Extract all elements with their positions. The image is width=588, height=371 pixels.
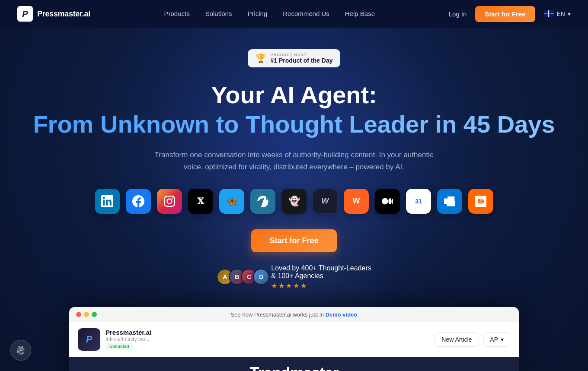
badge-label-top: PRODUCT HUNT (271, 53, 333, 57)
nav-item-help[interactable]: Help Base (345, 10, 375, 17)
dot-close (76, 312, 81, 317)
language-selector[interactable]: EN ▾ (544, 10, 571, 17)
platform-icons-row: 𝕏 🦋 👻 W W 31 (95, 189, 493, 214)
demo-window: See how Pressmaster.ai works just in Dem… (69, 307, 519, 371)
platform-outlook[interactable] (437, 189, 462, 214)
demo-video-link[interactable]: Demo video (326, 311, 358, 318)
hero-title-line1: Your AI Agent: (211, 81, 377, 109)
demo-logo-area: P Pressmaster.ai Infinity/Infinity wo...… (78, 328, 151, 351)
chevron-down-icon: ▾ (568, 10, 571, 17)
platform-wattpad[interactable]: W (344, 189, 369, 214)
nav-item-products[interactable]: Products (164, 10, 189, 17)
platform-instagram[interactable] (157, 189, 182, 214)
nav-right: Log In Start for Free EN ▾ (449, 6, 571, 22)
star-2: ★ (278, 282, 284, 290)
demo-brand-icon: P (78, 328, 100, 351)
platform-ghost[interactable]: 👻 (281, 189, 307, 214)
nav-start-button[interactable]: Start for Free (475, 6, 535, 22)
hero-section: 🏆 PRODUCT HUNT #1 Product of the Day You… (0, 28, 588, 371)
star-1: ★ (271, 282, 277, 290)
demo-trendmaster-area: Trendmaster (69, 357, 519, 371)
window-dots (76, 312, 97, 317)
platform-wordpress[interactable] (250, 189, 275, 214)
proof-line2: & 100+ Agencies (271, 272, 371, 280)
nav-item-recommend[interactable]: Recommend Us (283, 10, 329, 17)
hero-title-line2: From Unknown to Thought Leader in 45 Day… (33, 111, 555, 138)
login-button[interactable]: Log In (449, 10, 467, 18)
navbar: P Pressmaster.ai Products Solutions Pric… (0, 0, 588, 28)
platform-facebook[interactable] (126, 189, 151, 214)
star-rating: ★ ★ ★ ★ ★ (271, 282, 371, 290)
platform-google-calendar[interactable]: 31 (406, 189, 431, 214)
trophy-icon: 🏆 (256, 53, 266, 63)
star-5: ★ (300, 282, 307, 290)
demo-bar-text: See how Pressmaster.ai works just in Dem… (231, 311, 358, 318)
demo-topbar: See how Pressmaster.ai works just in Dem… (69, 307, 519, 322)
nav-item-pricing[interactable]: Pricing (247, 10, 267, 17)
demo-ap-button[interactable]: AP ▾ (483, 332, 510, 347)
platform-blogger[interactable] (468, 189, 493, 214)
logo-text: Pressmaster.ai (37, 10, 90, 19)
logo-icon: P (17, 6, 33, 22)
demo-new-article-button[interactable]: New Article (434, 332, 479, 347)
platform-medium[interactable] (375, 189, 400, 214)
proof-text-block: Loved by 400+ Thought-Leaders & 100+ Age… (271, 264, 371, 290)
avatar-group: A B C D (217, 269, 265, 285)
hero-cta-button[interactable]: Start for Free (251, 229, 336, 252)
dot-minimize (84, 312, 89, 317)
demo-brand-name: Pressmaster.ai (105, 329, 151, 336)
product-hunt-badge[interactable]: 🏆 PRODUCT HUNT #1 Product of the Day (248, 49, 341, 67)
demo-trendmaster-title: Trendmaster (78, 364, 510, 371)
demo-content-bar: P Pressmaster.ai Infinity/Infinity wo...… (69, 322, 519, 357)
proof-line1: Loved by 400+ Thought-Leaders (271, 264, 371, 272)
avatar-4: D (253, 269, 269, 285)
nav-links: Products Solutions Pricing Recommend Us … (164, 10, 375, 18)
lang-label: EN (557, 10, 565, 17)
demo-brand-sub: Infinity/Infinity wo... (105, 336, 151, 342)
star-4: ★ (293, 282, 299, 290)
fingerprint-button[interactable] (10, 340, 31, 361)
star-3: ★ (286, 282, 292, 290)
demo-unlimited-badge: Unlimited (105, 343, 133, 350)
nav-item-solutions[interactable]: Solutions (205, 10, 232, 17)
logo[interactable]: P Pressmaster.ai (17, 6, 90, 22)
chevron-down-icon: ▾ (501, 336, 504, 343)
platform-writesonic[interactable]: W (313, 189, 338, 214)
hero-subtitle: Transform one conversation into weeks of… (147, 149, 441, 173)
platform-bluesky[interactable]: 🦋 (219, 189, 244, 214)
platform-x[interactable]: 𝕏 (188, 189, 213, 214)
platform-linkedin[interactable] (95, 189, 120, 214)
social-proof: A B C D Loved by 400+ Thought-Leaders & … (217, 264, 371, 290)
dot-maximize (92, 312, 97, 317)
ap-label: AP (490, 336, 498, 343)
badge-label-main: #1 Product of the Day (271, 57, 333, 64)
